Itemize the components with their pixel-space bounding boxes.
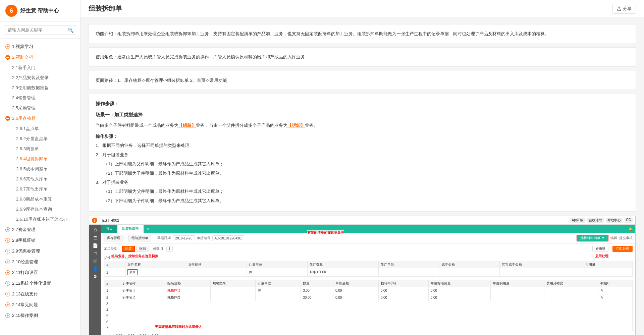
sidebar-item-purchase[interactable]: 2.5采购管理 — [0, 103, 80, 113]
mock-cth-actuse: 单位实用量 — [491, 280, 544, 287]
mock-ctd-1-no: 1 — [104, 287, 120, 294]
intro-block: 功能介绍：组装拆卸单用来处理企业组装或拆卸等加工业务，支持有固定装配清单的产品加… — [89, 24, 636, 43]
mock-assembly-btn[interactable]: 组装 — [122, 246, 135, 252]
sidebar-item-newbie[interactable]: 2.1新手入门 — [0, 63, 80, 73]
steps-heading: 操作步骤： — [96, 100, 629, 108]
expand-icon-mobile: + — [5, 238, 10, 243]
mock-ctd-2-actuse — [491, 294, 544, 301]
mock-ctd-1-aspec: 规格(×1) — [165, 287, 210, 294]
search-icon[interactable]: 🔍 — [68, 27, 73, 33]
sidebar-item-stocktake[interactable]: 2.6.1盘点单 — [0, 124, 80, 134]
sidebar-label-finance: 2.7资金管理 — [12, 227, 36, 233]
nav-tree: + 1.视频学习 2.帮助文档 2.1新手入门 2.2产品安装及登录 2.3使用… — [0, 39, 80, 335]
collapse-icon-docs — [5, 55, 10, 60]
sidebar-item-inventory[interactable]: 2.6库存核算 — [0, 113, 80, 124]
mock-child-table: # 子件名称 组装规格 规格型号 计量单位 数量 单价金额 损耗率(%) 单位标 — [104, 280, 633, 331]
mock-th-available: 可用量 — [583, 261, 633, 268]
intro-text: 功能介绍：组装拆卸单用来处理企业组装或拆卸等加工业务，支持有固定装配清单的产品加… — [96, 30, 629, 38]
mock-home-icon[interactable]: ⌂ — [94, 227, 97, 233]
sidebar-item-partial-stocktake[interactable]: 2.6.2分量盘点单 — [0, 134, 80, 144]
sidebar-item-coupon[interactable]: + 2.9优惠券管理 — [0, 246, 80, 257]
mock-form-date-value[interactable]: 2019-12-26 — [173, 235, 195, 241]
mock-tab-icons: 🔔 — [626, 227, 635, 231]
expand-icon-coupon: + — [5, 249, 10, 254]
mock-btn-new[interactable]: 库存管理 — [104, 235, 123, 241]
mock-cth-unit: 计量单位 — [256, 280, 301, 287]
sidebar-item-sales[interactable]: 2.4销售管理 — [0, 93, 80, 103]
mock-btn-assembly-type[interactable]: 选择对料清单 ▼ — [577, 235, 608, 241]
sidebar-item-cost-adjust[interactable]: 2.6.5成本调整单 — [0, 164, 80, 174]
expand-icon-personalize: + — [5, 281, 10, 286]
mock-application-window: 6 TEST-H002 AppT帮 在线辅导 帮助中心 CC ⌂ ☰ — [89, 216, 636, 335]
sidebar-item-faq[interactable]: + 2.14常见问题 — [0, 299, 80, 310]
mock-disassembly-btn[interactable]: 拆卸 — [136, 246, 149, 252]
sidebar-item-stock-ledger[interactable]: 2.6.9库存账本查询 — [0, 204, 80, 214]
mock-count-label: 份数 N= — [153, 246, 165, 251]
mock-count-value[interactable]: 1 — [166, 246, 173, 252]
mock-ctd-2-init: ✎ — [598, 294, 632, 301]
sidebar-item-docs[interactable]: 2.帮助文档 — [0, 52, 80, 63]
mock-appstore-btn[interactable]: AppT帮 — [570, 218, 585, 223]
mock-cth-spec: 规格型号 — [210, 280, 256, 287]
mock-th-parent-spec: 父件规格 — [186, 261, 247, 268]
mock-tab-close[interactable]: ✕ — [144, 225, 152, 232]
mock-person-icon[interactable]: 👤 — [93, 266, 98, 271]
mock-helpcenter-btn[interactable]: 帮助中心 — [606, 218, 623, 223]
sidebar-item-assembly[interactable]: 2.6.4组装拆卸单 — [0, 154, 80, 164]
mock-th-no: # — [104, 261, 125, 268]
mock-order-icon[interactable]: 📄 — [93, 243, 98, 248]
screenshot-block: 6 TEST-H002 AppT帮 在线辅导 帮助中心 CC ⌂ ☰ — [89, 216, 636, 335]
mock-help-btn[interactable]: 在线辅导 — [587, 218, 604, 223]
sidebar-item-other-out[interactable]: 2.6.7其他出库单 — [0, 184, 80, 194]
sidebar-label-faq: 2.14常见问题 — [12, 302, 38, 308]
mock-btn-edit[interactable]: 编辑 — [610, 236, 617, 240]
expand-icon-print: + — [5, 270, 10, 275]
mock-child-table-container: # 子件名称 组装规格 规格型号 计量单位 数量 单价金额 损耗率(%) 单位标 — [101, 278, 635, 333]
expand-icon-finance: + — [5, 227, 10, 232]
mock-tools-icon[interactable]: ⚙ — [93, 274, 97, 279]
mock-cth-alloc: 费用分摊比 — [544, 280, 598, 287]
sidebar-item-print[interactable]: + 2.11打印设置 — [0, 267, 80, 278]
mock-cart-icon[interactable]: 🛒 — [93, 259, 98, 264]
share-button[interactable]: 分享 — [612, 4, 636, 14]
app-logo-icon: 6 — [5, 5, 17, 17]
sidebar-item-transfer[interactable]: 2.6.3调拨单 — [0, 144, 80, 154]
sidebar-item-install[interactable]: 2.2产品安装及登录 — [0, 73, 80, 83]
mock-tab-active[interactable]: 组装拆卸单 — [117, 225, 144, 233]
mock-td-1-punit — [378, 268, 439, 277]
mock-parent-header-row: # 父件名称 父件规格 计量单位 生产数量 生产单位 成本金额 其它成本金额 可 — [104, 261, 633, 268]
mock-user-btn[interactable]: CC — [625, 218, 633, 223]
mock-td-1-input[interactable]: 米米 — [127, 269, 138, 275]
sidebar-item-cost-recalc[interactable]: 2.6.8商品成本重算 — [0, 194, 80, 204]
expand-icon-faq: + — [5, 302, 10, 307]
sidebar-item-payment[interactable]: + 2.13在线支付 — [0, 289, 80, 299]
step-3-2: （2）下部明细为子件明细，最终作为产成品生成其它入库单。 — [104, 197, 629, 205]
sidebar-item-cases[interactable]: + 2.15操作案例 — [0, 310, 80, 321]
search-input[interactable] — [4, 25, 76, 35]
sidebar-item-videos[interactable]: + 1.视频学习 — [0, 41, 80, 52]
sidebar-item-dataprep[interactable]: 2.3使用前数据准备 — [0, 83, 80, 93]
sidebar-item-finance[interactable]: + 2.7资金管理 — [0, 224, 80, 235]
sidebar-item-personalize[interactable]: + 2.12系统个性化设置 — [0, 278, 80, 289]
sidebar-item-stock-error[interactable]: 2.6.10库存账本错了怎么办 — [0, 214, 80, 224]
sidebar-item-mobile[interactable]: + 2.8手机旺铺 — [0, 235, 80, 246]
mock-status-bar: 合计 8.00 0.00 0.00 0.00 — [101, 333, 635, 335]
mock-ctd-2-unit — [256, 294, 301, 301]
mock-ctd-2-aspec: 规格(×2) — [165, 294, 210, 301]
mock-form-no-value[interactable]: AD-20191226-001 — [212, 235, 245, 241]
mock-ctd-4-empty: 4 — [104, 307, 633, 313]
mock-btn-list[interactable]: 组装拆卸单 — [128, 235, 151, 241]
step-3: 3、对于拆装业务 — [96, 178, 629, 186]
step-2-2: （2）下部明细为子件明细，最终作为原材料生成其它出库单。 — [104, 169, 629, 177]
sidebar-item-operation[interactable]: + 2.10经营管理 — [0, 257, 80, 267]
mock-menu-icon[interactable]: ☰ — [93, 235, 97, 240]
mock-td-1-avail — [583, 268, 633, 277]
mock-ctd-1-name: 子件名 1 — [120, 287, 165, 294]
mock-tab-home[interactable]: 首页 — [101, 225, 117, 233]
sidebar-item-other-in[interactable]: 2.6.6其他入库单 — [0, 174, 80, 184]
mock-enable-btn[interactable]: 立即处理 — [612, 246, 633, 252]
mock-tab-icon1[interactable]: 🔔 — [629, 227, 633, 231]
mock-box-icon[interactable]: ◻ — [94, 251, 97, 256]
mock-btn-submit[interactable]: 提交审核 — [619, 236, 633, 240]
mock-company-input[interactable]: 好嗨呀 — [592, 246, 608, 252]
